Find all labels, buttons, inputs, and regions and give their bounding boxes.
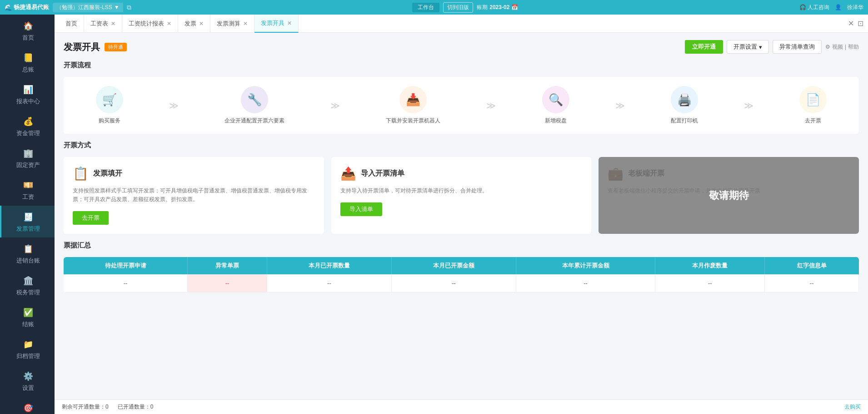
tab-salary-report-label: 工资统计报表 xyxy=(129,20,164,28)
page-content: 发票开具 待开通 立即开通 开票设置 ▾ 异常清单查询 ⚙ 视频 | 帮助 xyxy=(55,33,868,399)
add-tax-label: 新增税盘 xyxy=(545,117,567,125)
tab-invoice-list-label: 发票 xyxy=(185,20,196,28)
newbie-icon: 🎯 xyxy=(23,403,33,413)
tab-bar-actions: ✕ ⊡ xyxy=(848,19,863,28)
old-version-button[interactable]: 切到旧版 xyxy=(443,2,473,13)
process-step-issue[interactable]: 📄 去开票 xyxy=(799,86,827,125)
company-selector[interactable]: （勉强）江西服装-LSS ▼ xyxy=(53,3,123,12)
arrow-1: ≫ xyxy=(169,100,179,111)
sidebar-label-purchase: 进销台账 xyxy=(16,257,40,265)
headset-icon: 🎧 xyxy=(799,4,806,10)
tab-close-all-icon[interactable]: ✕ xyxy=(848,19,854,28)
sidebar-item-invoice[interactable]: 🧾 发票管理 xyxy=(0,206,55,237)
abnormal-query-button[interactable]: 异常清单查询 xyxy=(773,40,822,54)
sidebar-item-home[interactable]: 🏠 首页 xyxy=(0,15,55,46)
top-bar: 🌊 畅捷通易代账 （勉强）江西服装-LSS ▼ ⧉ 工作台 切到旧版 账期 20… xyxy=(0,0,868,15)
sidebar-label-tax: 税务管理 xyxy=(16,288,40,297)
user-avatar: 👤 xyxy=(835,4,842,10)
arrow-4: ≫ xyxy=(615,100,625,111)
sidebar-item-purchase[interactable]: 📋 进销台账 xyxy=(0,237,55,269)
manual-card-btn[interactable]: 去开票 xyxy=(73,211,109,225)
tab-invoice-calc[interactable]: 发票测算 ✕ xyxy=(210,15,254,33)
tab-salary-report-close[interactable]: ✕ xyxy=(167,20,171,27)
settle-icon: ✅ xyxy=(23,308,33,318)
buy-link[interactable]: 去购买 xyxy=(844,403,861,411)
open-settings-button[interactable]: 开票设置 ▾ xyxy=(727,40,769,54)
tab-restore-icon[interactable]: ⊡ xyxy=(858,19,863,28)
cell-red-note: -- xyxy=(765,274,859,293)
arrow-5: ≫ xyxy=(744,100,753,111)
process-step-print-cfg[interactable]: 🖨️ 配置打印机 xyxy=(671,86,698,125)
sidebar-item-reports[interactable]: 📊 报表中心 xyxy=(0,78,55,110)
top-bar-mid: 工作台 切到旧版 账期 2023-02 📅 xyxy=(412,2,518,13)
open-now-button[interactable]: 立即开通 xyxy=(685,40,723,54)
sidebar-item-archive[interactable]: 📁 归档管理 xyxy=(0,333,55,365)
divider: | xyxy=(845,44,846,50)
process-step-add-tax[interactable]: 🔍 新增税盘 xyxy=(542,86,569,125)
archive-icon: 📁 xyxy=(23,339,33,349)
summary-table: 待处理开票申请 异常单票 本月已开票数量 本月已开票金额 本年累计开票金额 本月… xyxy=(64,257,859,293)
process-step-buy[interactable]: 🛒 购买服务 xyxy=(96,86,123,125)
method-card-import-header: 📤 导入开票清单 xyxy=(340,166,583,181)
summary-section: 票据汇总 待处理开票申请 异常单票 本月已开票数量 本月已开票金额 本年累计开票… xyxy=(64,241,859,293)
sidebar-label-reports: 报表中心 xyxy=(16,97,40,106)
import-card-icon: 📤 xyxy=(340,166,356,181)
sidebar-item-ledger[interactable]: 📒 总账 xyxy=(0,46,55,78)
logo-icon: 🌊 xyxy=(5,4,12,11)
sidebar-item-settle[interactable]: ✅ 结账 xyxy=(0,301,55,333)
sidebar-item-funds[interactable]: 💰 资金管理 xyxy=(0,110,55,142)
import-card-btn[interactable]: 导入清单 xyxy=(340,202,382,216)
buy-label: 购买服务 xyxy=(99,117,120,125)
tab-salary-table[interactable]: 工资表 ✕ xyxy=(84,15,122,33)
tab-salary-table-label: 工资表 xyxy=(90,20,108,28)
sidebar-item-assets[interactable]: 🏢 固定资产 xyxy=(0,142,55,174)
process-flow-title: 开票流程 xyxy=(64,61,859,70)
bottom-bar: 剩余可开通数量：0 已开通数量：0 去购买 xyxy=(55,399,868,414)
methods-section: 开票方式 📋 发票填开 支持按照发票样式手工填写开发票；可开具增值税电子普通发票… xyxy=(64,141,859,234)
col-abnormal: 异常单票 xyxy=(188,257,267,274)
sidebar-item-tax[interactable]: 🏛️ 税务管理 xyxy=(0,269,55,301)
workbench-button[interactable]: 工作台 xyxy=(412,3,439,12)
opened-quota: 已开通数量：0 xyxy=(118,403,154,411)
user-name[interactable]: 徐泽华 xyxy=(847,4,863,11)
tab-invoice-calc-close[interactable]: ✕ xyxy=(243,20,248,27)
import-card-desc: 支持导入待开票清单，可对待开票清单进行拆分、合并处理。 xyxy=(340,187,583,195)
home-icon: 🏠 xyxy=(23,21,33,31)
tab-invoice-list[interactable]: 发票 ✕ xyxy=(178,15,210,33)
add-tax-icon: 🔍 xyxy=(542,86,569,113)
tab-salary-table-close[interactable]: ✕ xyxy=(111,20,115,27)
tab-invoice-issue-close[interactable]: ✕ xyxy=(287,20,292,26)
calendar-icon[interactable]: 📅 xyxy=(511,4,518,10)
remaining-quota: 剩余可开通数量：0 xyxy=(62,403,109,411)
arrow-2: ≫ xyxy=(330,100,340,111)
sidebar-label-salary: 工资 xyxy=(22,193,34,201)
col-pending: 待处理开票申请 xyxy=(64,257,188,274)
sidebar-item-salary[interactable]: 💴 工资 xyxy=(0,174,55,206)
tab-invoice-list-close[interactable]: ✕ xyxy=(199,20,204,27)
page-header: 发票开具 待开通 立即开通 开票设置 ▾ 异常清单查询 ⚙ 视频 | 帮助 xyxy=(64,40,859,54)
table-row: -- -- -- -- -- -- -- xyxy=(64,274,859,293)
video-help-label[interactable]: 视频 xyxy=(832,43,843,51)
help-label[interactable]: 帮助 xyxy=(848,43,859,51)
sidebar: 🏠 首页 📒 总账 📊 报表中心 💰 资金管理 🏢 固定资产 💴 工资 🧾 发票… xyxy=(0,15,55,414)
process-flow: 🛒 购买服务 ≫ 🔧 企业开通配置开票六要素 ≫ xyxy=(64,77,859,134)
print-cfg-label: 配置打印机 xyxy=(671,117,698,125)
sidebar-label-settle: 结账 xyxy=(22,320,34,328)
manual-card-icon: 📋 xyxy=(73,166,89,181)
sidebar-item-newbie[interactable]: 🎯 新手引导 xyxy=(0,397,55,414)
tab-home[interactable]: 首页 xyxy=(59,15,84,33)
sidebar-item-settings[interactable]: ⚙️ 设置 xyxy=(0,365,55,397)
methods-title: 开票方式 xyxy=(64,141,859,150)
page-title-wrap: 发票开具 待开通 xyxy=(64,41,127,53)
tab-invoice-issue[interactable]: 发票开具 ✕ xyxy=(254,15,299,33)
col-month-amount: 本月已开票金额 xyxy=(391,257,516,274)
col-void-count: 本月作废数量 xyxy=(655,257,765,274)
support-link[interactable]: 🎧 人工咨询 xyxy=(799,4,829,11)
buy-icon: 🛒 xyxy=(96,86,123,113)
process-step-config[interactable]: 🔧 企业开通配置开票六要素 xyxy=(224,86,284,125)
manual-card-desc: 支持按照发票样式手工填写开发票；可开具增值税电子普通发票、增值税普通发票、增值税… xyxy=(73,187,315,204)
cell-abnormal: -- xyxy=(188,274,267,293)
tab-salary-report[interactable]: 工资统计报表 ✕ xyxy=(122,15,178,33)
config-icon: 🔧 xyxy=(241,86,268,113)
process-step-download[interactable]: 📥 下载并安装开票机器人 xyxy=(386,86,440,125)
